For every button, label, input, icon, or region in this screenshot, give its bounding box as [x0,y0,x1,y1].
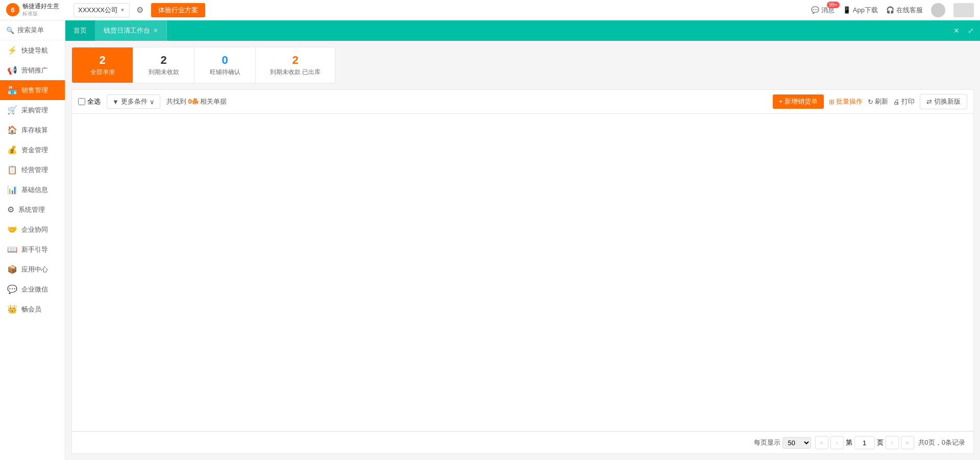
page-size-select: 每页显示 50 100 [754,437,811,449]
found-text: 共找到 0条 相关单据 [166,97,227,106]
refresh-icon: ↻ [868,98,873,106]
stat-number-overdue-out: 2 [270,54,321,67]
search-icon: 🔍 [6,27,14,34]
app-logo-icon: 6 [6,3,19,16]
app-center-icon: 📦 [7,264,17,274]
page-number-input[interactable] [854,436,875,449]
add-sales-order-button[interactable]: + 新增销货单 [773,94,824,109]
messages-button[interactable]: 💬 消息 99+ [811,6,835,15]
switch-version-button[interactable]: ⇄ 切换新版 [920,94,967,109]
member-icon: 👑 [7,304,17,314]
stat-card-overdue-out[interactable]: 2 到期未收款 已出库 [256,47,335,83]
app-name: 畅捷通好生意 [22,3,59,10]
sidebar-item-quick-nav[interactable]: ⚡ 快捷导航 [0,40,65,60]
sidebar-label-guide: 新手引导 [21,245,48,254]
select-all-checkbox-label[interactable]: 全选 [78,97,101,106]
sidebar-label-cooperation: 企业协同 [21,225,48,234]
sidebar-label-system: 系统管理 [18,205,45,214]
stat-card-pending[interactable]: 0 旺辅待确认 [194,47,256,83]
sidebar-item-basic-info[interactable]: 📊 基础信息 [0,180,65,200]
tab-home-label: 首页 [74,26,87,35]
print-button[interactable]: 🖨 打印 [893,97,915,106]
online-service-label: 在线客服 [896,6,923,15]
app-download-button[interactable]: 📱 App下载 [843,6,878,15]
batch-icon: ⊞ [829,98,835,106]
found-count: 0条 [188,98,199,105]
per-page-label: 每页显示 [754,438,780,447]
per-page-selector[interactable]: 50 100 [782,437,811,449]
refresh-button[interactable]: ↻ 刷新 [868,97,888,106]
select-all-checkbox[interactable] [78,98,85,105]
print-icon: 🖨 [893,98,900,106]
tab-home[interactable]: 首页 [65,20,95,41]
trial-button[interactable]: 体验行业方案 [151,3,205,17]
company-name: XXXXXX公司 [78,6,118,15]
user-name-placeholder [953,3,974,17]
sidebar-item-system[interactable]: ⚙ 系统管理 [0,200,65,220]
cooperation-icon: 🤝 [7,225,17,234]
switch-icon: ⇄ [926,98,932,106]
sidebar-item-wechat[interactable]: 💬 企业微信 [0,279,65,299]
stat-label-overdue-out: 到期未收款 已出库 [270,68,321,77]
more-filter-label: 更多条件 [121,97,148,106]
download-icon: 📱 [843,6,851,14]
online-service-button[interactable]: 🎧 在线客服 [886,6,923,15]
page-first-button[interactable]: « [815,436,828,449]
sidebar-item-marketing[interactable]: 📢 营销推广 [0,60,65,80]
sidebar-item-cooperation[interactable]: 🤝 企业协同 [0,220,65,239]
stat-number-pending: 0 [209,54,241,67]
quick-nav-icon: ⚡ [7,45,17,55]
content-area: 首页 钱货日清工作台 ✕ ✕ ⤢ 2 全部单据 2 到期未收款 [65,20,980,460]
sidebar-label-quick-nav: 快捷导航 [21,46,48,55]
tab-minimize-button[interactable]: ✕ [951,25,962,37]
tab-expand-button[interactable]: ⤢ [966,25,976,37]
sidebar-item-finance[interactable]: 💰 资金管理 [0,140,65,160]
sidebar-item-member[interactable]: 👑 畅会员 [0,299,65,319]
tab-work-bench[interactable]: 钱货日清工作台 ✕ [95,20,167,41]
sidebar-item-inventory[interactable]: 🏠 库存核算 [0,120,65,140]
company-selector[interactable]: XXXXXX公司 ▼ [74,3,130,17]
page-last-button[interactable]: » [901,436,914,449]
sidebar-label-operations: 经营管理 [21,165,48,175]
marketing-icon: 📢 [7,65,17,75]
stat-number-overdue: 2 [148,54,180,67]
tab-close-icon[interactable]: ✕ [153,27,158,34]
tab-bar: 首页 钱货日清工作台 ✕ ✕ ⤢ [65,20,980,41]
operations-icon: 📋 [7,165,17,175]
app-badge: 标准版 [22,10,59,17]
pagination-bar: 每页显示 50 100 « ‹ 第 页 › » 共0页，0条记录 [71,431,974,454]
table-area [71,114,974,431]
more-filter-button[interactable]: ▼ 更多条件 ∨ [107,94,160,109]
sidebar-item-app-center[interactable]: 📦 应用中心 [0,259,65,279]
page-next-button[interactable]: › [886,436,899,449]
inventory-icon: 🏠 [7,125,17,135]
page-prev-button[interactable]: ‹ [830,436,844,449]
stat-label-all: 全部单据 [86,68,118,77]
stat-card-all[interactable]: 2 全部单据 [72,47,133,83]
purchase-icon: 🛒 [7,105,17,115]
sidebar-label-wechat: 企业微信 [21,285,48,294]
sidebar-item-operations[interactable]: 📋 经营管理 [0,160,65,180]
sidebar-item-guide[interactable]: 📖 新手引导 [0,239,65,259]
avatar[interactable] [931,3,945,17]
sidebar-item-sales[interactable]: 🏪 销售管理 [0,80,65,100]
tab-work-bench-label: 钱货日清工作台 [104,26,150,35]
wechat-icon: 💬 [7,284,17,294]
filter-icon: ▼ [112,98,119,106]
system-icon: ⚙ [7,205,14,214]
settings-button[interactable]: ⚙ [133,3,147,17]
stat-label-overdue: 到期未收款 [148,68,180,77]
sidebar-search[interactable]: 🔍 搜索菜单 [0,20,65,40]
sidebar-label-app-center: 应用中心 [21,265,48,274]
logo-area: 6 畅捷通好生意 标准版 [6,3,71,17]
basic-info-icon: 📊 [7,185,17,195]
stat-number-all: 2 [86,54,118,67]
sidebar-label-inventory: 库存核算 [21,126,48,135]
top-bar: 6 畅捷通好生意 标准版 XXXXXX公司 ▼ ⚙ 体验行业方案 💬 消息 99… [0,0,980,20]
stat-card-overdue[interactable]: 2 到期未收款 [133,47,194,83]
toolbar: 全选 ▼ 更多条件 ∨ 共找到 0条 相关单据 + 新增销货单 [71,89,974,114]
sidebar-item-purchase[interactable]: 🛒 采购管理 [0,100,65,120]
total-records-text: 共0页，0条记录 [918,438,965,447]
tab-bar-right: ✕ ⤢ [947,25,980,37]
batch-operation-button[interactable]: ⊞ 批量操作 [829,97,863,106]
